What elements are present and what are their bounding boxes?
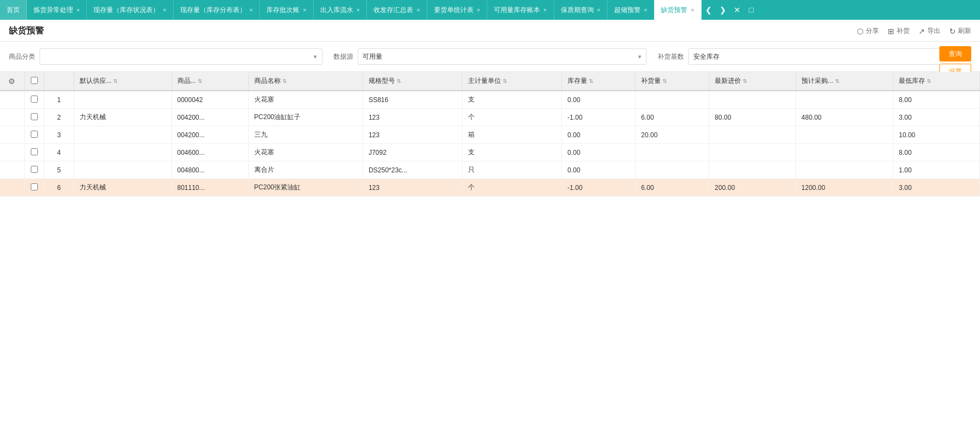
tab-close-inventory-dist[interactable]: × bbox=[249, 7, 253, 13]
row-spec: SS816 bbox=[363, 91, 462, 109]
row-est-purchase bbox=[795, 144, 893, 161]
row-est-purchase bbox=[795, 161, 893, 179]
tab-inventory-status[interactable]: 现存量（库存状况表） × bbox=[87, 0, 173, 20]
th-product-code[interactable]: 商品... ⇅ bbox=[171, 72, 248, 91]
filter-group-replenish-base: 补货基数 安全库存 bbox=[658, 48, 971, 65]
tab-close-shortage[interactable]: × bbox=[691, 7, 694, 13]
row-checkbox[interactable] bbox=[31, 183, 38, 191]
sort-icon-est-purchase: ⇅ bbox=[835, 78, 839, 84]
row-checkbox-cell[interactable] bbox=[24, 179, 44, 197]
th-latest-price[interactable]: 最新进价 ⇅ bbox=[709, 72, 796, 91]
tab-next-btn[interactable]: ❯ bbox=[716, 0, 730, 20]
replenish-base-label: 补货基数 bbox=[658, 52, 684, 61]
th-default-supplier[interactable]: 默认供应... ⇅ bbox=[74, 72, 171, 91]
tab-overstock[interactable]: 超储预警 × bbox=[608, 0, 654, 20]
export-btn[interactable]: ↗ 导出 bbox=[918, 26, 940, 36]
row-min-stock: 3.00 bbox=[893, 179, 980, 197]
datasource-select[interactable]: 可用量 bbox=[358, 48, 647, 65]
row-est-purchase bbox=[795, 126, 893, 144]
row-checkbox[interactable] bbox=[31, 113, 38, 120]
tab-close-receipt-summary[interactable]: × bbox=[416, 7, 420, 13]
row-checkbox-cell[interactable] bbox=[24, 91, 44, 109]
row-product-name: 离合片 bbox=[248, 161, 363, 179]
table-row: 5 004800... 离合片 DS250*23c... 只 0.00 1.00 bbox=[0, 161, 980, 179]
tab-inout-flow[interactable]: 出入库流水 × bbox=[314, 0, 367, 20]
row-checkbox-cell[interactable] bbox=[24, 144, 44, 161]
row-checkbox-cell[interactable] bbox=[24, 161, 44, 179]
th-min-stock[interactable]: 最低库存 ⇅ bbox=[893, 72, 980, 91]
tab-order-stats[interactable]: 要货单统计表 × bbox=[427, 0, 487, 20]
filter-group-category: 商品分类 bbox=[9, 48, 322, 65]
tab-shortage[interactable]: 缺货预警 × bbox=[654, 0, 701, 20]
row-index: 4 bbox=[44, 144, 74, 161]
row-latest-price: 80.00 bbox=[709, 109, 796, 126]
tab-batch-account[interactable]: 库存批次账 × bbox=[260, 0, 313, 20]
table-row: 2 力天机械 004200... PC200油缸缸子 123 个 -1.00 6… bbox=[0, 109, 980, 126]
row-spec: 123 bbox=[363, 109, 462, 126]
row-latest-price bbox=[709, 161, 796, 179]
select-all-checkbox[interactable] bbox=[31, 77, 38, 84]
th-product-name[interactable]: 商品名称 ⇅ bbox=[248, 72, 363, 91]
query-button[interactable]: 查询 bbox=[939, 46, 971, 61]
datasource-select-wrapper: 可用量 bbox=[358, 48, 647, 65]
row-min-stock: 10.00 bbox=[893, 126, 980, 144]
row-product-name: 火花塞 bbox=[248, 91, 363, 109]
row-checkbox-cell[interactable] bbox=[24, 126, 44, 144]
row-min-stock: 8.00 bbox=[893, 91, 980, 109]
tab-close-all-btn[interactable]: ✕ bbox=[730, 0, 744, 20]
row-est-purchase: 480.00 bbox=[795, 109, 893, 126]
row-replenish-qty bbox=[636, 161, 709, 179]
category-select-wrapper bbox=[40, 48, 322, 65]
tab-close-expiry-query[interactable]: × bbox=[597, 7, 600, 13]
th-gear[interactable]: ⚙ bbox=[0, 72, 24, 91]
replenish-base-select[interactable]: 安全库存 bbox=[688, 48, 971, 65]
th-est-purchase[interactable]: 预计采购... ⇅ bbox=[795, 72, 893, 91]
tab-available-ledger[interactable]: 可用量库存账本 × bbox=[487, 0, 554, 20]
tab-prev-btn[interactable]: ❮ bbox=[701, 0, 716, 20]
row-supplier bbox=[74, 161, 171, 179]
category-select[interactable] bbox=[40, 48, 322, 65]
tab-close-inout-flow[interactable]: × bbox=[357, 7, 360, 13]
tab-home[interactable]: 首页 bbox=[0, 0, 27, 20]
replenish-btn[interactable]: ⊞ 补货 bbox=[888, 26, 910, 36]
tab-inventory-dist[interactable]: 现存量（库存分布表） × bbox=[174, 0, 260, 20]
refresh-btn[interactable]: ↻ 刷新 bbox=[949, 26, 971, 36]
row-stock-qty: 0.00 bbox=[562, 144, 636, 161]
row-checkbox[interactable] bbox=[31, 166, 38, 173]
row-unit: 支 bbox=[462, 91, 561, 109]
tab-expand-btn[interactable]: □ bbox=[744, 0, 759, 20]
tab-close-inventory-status[interactable]: × bbox=[163, 7, 166, 13]
row-checkbox[interactable] bbox=[31, 148, 38, 155]
th-unit[interactable]: 主计量单位 ⇅ bbox=[462, 72, 561, 91]
th-checkbox bbox=[24, 72, 44, 91]
main-content: 缺货预警 ⬡ 分享 ⊞ 补货 ↗ 导出 ↻ 刷新 商品分类 bbox=[0, 20, 980, 437]
share-btn[interactable]: ⬡ 分享 bbox=[857, 26, 879, 36]
row-checkbox-cell[interactable] bbox=[24, 109, 44, 126]
th-stock-qty[interactable]: 库存量 ⇅ bbox=[562, 72, 636, 91]
tab-expiry-query[interactable]: 保质期查询 × bbox=[554, 0, 608, 20]
tab-close-available-ledger[interactable]: × bbox=[543, 7, 547, 13]
tab-receipt-summary[interactable]: 收发存汇总表 × bbox=[367, 0, 427, 20]
export-icon: ↗ bbox=[918, 27, 925, 36]
row-product-name: PC200油缸缸子 bbox=[248, 109, 363, 126]
row-min-stock: 1.00 bbox=[893, 161, 980, 179]
tab-close-abnormal[interactable]: × bbox=[76, 7, 80, 13]
filter-bar: 商品分类 数据源 可用量 补货基数 安全库存 bbox=[0, 42, 980, 72]
tab-close-overstock[interactable]: × bbox=[644, 7, 647, 13]
row-checkbox[interactable] bbox=[31, 131, 38, 138]
tab-bar: 首页 炼货异常处理 × 现存量（库存状况表） × 现存量（库存分布表） × 库存… bbox=[0, 0, 980, 20]
th-index bbox=[44, 72, 74, 91]
row-gear-cell bbox=[0, 161, 24, 179]
row-index: 5 bbox=[44, 161, 74, 179]
row-min-stock: 8.00 bbox=[893, 144, 980, 161]
tab-close-order-stats[interactable]: × bbox=[477, 7, 480, 13]
tab-abnormal[interactable]: 炼货异常处理 × bbox=[27, 0, 87, 20]
row-stock-qty: 0.00 bbox=[562, 126, 636, 144]
row-checkbox[interactable] bbox=[31, 96, 38, 103]
tab-close-batch-account[interactable]: × bbox=[303, 7, 306, 13]
th-replenish-qty[interactable]: 补货量 ⇅ bbox=[636, 72, 709, 91]
row-latest-price bbox=[709, 126, 796, 144]
th-spec[interactable]: 规格型号 ⇅ bbox=[363, 72, 462, 91]
row-supplier: 力天机械 bbox=[74, 109, 171, 126]
sort-icon-min-stock: ⇅ bbox=[927, 78, 931, 84]
